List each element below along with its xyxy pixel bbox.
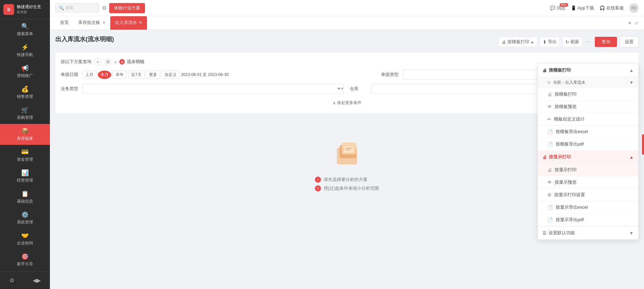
dp-item-display-pdf[interactable]: 📄 按显示导出pdf: [538, 214, 638, 226]
sidebar-item-inventory[interactable]: 📦 库存核算: [0, 124, 50, 145]
biz-type-select[interactable]: [82, 84, 344, 94]
system-icon: ⚙️: [21, 211, 29, 218]
dp-display-section-title: 🖨 按显示打印: [543, 154, 571, 160]
dp-footer-chevron-icon[interactable]: ▼: [629, 231, 634, 236]
tab-flow-close[interactable]: ✕: [139, 20, 142, 25]
doc-type-label: 单据类型: [381, 72, 400, 78]
message-icon: 💬: [550, 5, 555, 10]
sidebar-item-basic[interactable]: 📋 基础信息: [0, 187, 50, 208]
filter-settings-btn[interactable]: ⚙: [104, 58, 112, 65]
logo-icon: b: [3, 4, 14, 15]
dp-item-display-settings[interactable]: ⚙ 按显示打印设置: [538, 189, 638, 201]
dp-item-template-pdf[interactable]: 📄 按模板导出pdf: [538, 138, 638, 151]
refresh-btn[interactable]: ↻ 刷新: [562, 37, 582, 47]
guide-icon: 🎯: [21, 253, 29, 260]
date-btn-more[interactable]: 更多: [146, 71, 160, 79]
biz-type-dropdown-icon[interactable]: ▼: [340, 86, 344, 91]
dp-display-print-icon: 🖨: [543, 155, 547, 160]
search-icon: 🔍: [21, 23, 29, 30]
app-download-btn[interactable]: 📱 App下载: [571, 5, 594, 11]
empty-step-1: 1 请先选择要分析的方案: [315, 177, 379, 183]
sidebar-item-apps[interactable]: 🔲 应用中心: [0, 270, 50, 271]
tab-close-all-icon[interactable]: ✕: [628, 20, 632, 26]
dp-item-template-customize[interactable]: ✏ 模板自定义设计: [538, 113, 638, 126]
tab-batch-close[interactable]: ✕: [102, 20, 106, 25]
refresh-icon: ↻: [565, 40, 569, 45]
dp-display-section-chevron-icon[interactable]: ▲: [629, 155, 634, 160]
dp-footer-settings-icon: ☰: [543, 231, 547, 236]
tab-batch[interactable]: 库存批次账 ✕: [74, 16, 110, 30]
sidebar-item-sales[interactable]: 💰 销售管理: [0, 82, 50, 103]
message-badge: 99+: [560, 3, 568, 7]
filter-add-btn[interactable]: +: [94, 58, 101, 65]
dp-sub-icon: ⊙: [547, 80, 551, 85]
sidebar-nav: 🔍 搜索菜单 ⚡ 快捷导航 📢 营销推广 💰 销售管理 🛒 采购管理 📦 库存核…: [0, 19, 50, 271]
trial-button[interactable]: 体验行业方案: [109, 3, 145, 13]
sidebar-item-guide[interactable]: 🎯 新手引导: [0, 249, 50, 270]
more-options-btn[interactable]: ···: [585, 37, 592, 46]
dp-display-print-item-icon: 🖨: [547, 167, 552, 173]
right-edge-handle[interactable]: [642, 134, 644, 155]
content-area: 出入库流水(流水明细) 🖨 按模板打印 ▲ ⬆ 导出 ↻ 刷新 ··· 查询: [50, 30, 644, 289]
inventory-icon: 📦: [21, 127, 29, 135]
quicknav-icon: ⚡: [21, 44, 29, 51]
sidebar-item-finance[interactable]: 💳 资金管理: [0, 145, 50, 166]
warehouse-label: 仓库: [350, 86, 369, 92]
dp-item-display-excel[interactable]: 📄 按显示导出excel: [538, 201, 638, 214]
app-icon: 📱: [571, 5, 576, 10]
sidebar-bottom: ⚙ ◀▶: [0, 271, 50, 289]
filter-label: 按以下方案查询: [61, 59, 91, 65]
brand-sub: 标准版: [17, 10, 41, 15]
tab-maximize-icon[interactable]: ⤢: [635, 20, 639, 26]
dp-template-customize-icon: ✏: [547, 116, 551, 122]
tab-flow[interactable]: 出入库流水 ✕: [110, 16, 147, 30]
sidebar-item-quick-nav[interactable]: ⚡ 快捷导航: [0, 40, 50, 61]
stream-dot-icon: ⊕: [119, 59, 125, 64]
dp-header-chevron-icon[interactable]: ▲: [629, 68, 634, 73]
print-template-btn[interactable]: 🖨 按模板打印 ▲: [499, 37, 537, 47]
dp-item-template-excel[interactable]: 📄 按模板导出excel: [538, 126, 638, 138]
date-btn-this-month[interactable]: 本月: [98, 71, 111, 79]
topbar-search-icon: 🔍: [59, 6, 64, 10]
step-2-num: 2: [315, 185, 321, 191]
dp-item-display-preview[interactable]: 👁 按显示预览: [538, 176, 638, 189]
settings-button[interactable]: 设置: [620, 36, 639, 47]
user-avatar[interactable]: Rit: [629, 3, 639, 13]
sidebar-item-corp[interactable]: 🤝 企业协同: [0, 229, 50, 249]
sidebar: b 畅捷通好生意 标准版 🔍 搜索菜单 ⚡ 快捷导航 📢 营销推广 💰 销售管理…: [0, 0, 50, 289]
dp-item-template-print[interactable]: 🖨 按模板打印: [538, 88, 638, 101]
topbar-gear-icon[interactable]: ⚙: [102, 5, 107, 11]
sidebar-item-system[interactable]: ⚙️ 系统管理: [0, 208, 50, 229]
message-btn[interactable]: 💬 消息 99+: [550, 5, 565, 11]
dp-footer[interactable]: ☰ 设置默认功能 ▼: [538, 226, 638, 239]
date-btn-last-month[interactable]: 上月: [82, 71, 96, 79]
dp-footer-label: ☰ 设置默认功能: [543, 230, 575, 236]
dp-template-print-icon: 🖨: [547, 91, 552, 97]
date-btn-7days[interactable]: 近7天: [128, 71, 145, 79]
sidebar-item-purchase[interactable]: 🛒 采购管理: [0, 103, 50, 124]
topbar-search[interactable]: 🔍 搜索: [55, 3, 99, 12]
collapse-bottom-btn[interactable]: ◀▶: [31, 275, 43, 286]
dp-sub-chevron-icon[interactable]: ▼: [629, 80, 634, 85]
service-icon: 🎧: [599, 5, 605, 10]
sidebar-item-search[interactable]: 🔍 搜索菜单: [0, 19, 50, 40]
query-button[interactable]: 查询: [595, 37, 617, 47]
date-btn-this-year[interactable]: 本年: [113, 71, 127, 79]
dp-item-display-print[interactable]: 🖨 按显示打印: [538, 164, 638, 176]
date-btn-custom[interactable]: 自定义: [162, 71, 180, 79]
dp-print-icon: 🖨: [543, 68, 547, 73]
brand-name: 畅捷通好生意: [17, 4, 41, 10]
dp-display-settings-icon: ⚙: [547, 192, 552, 198]
export-btn[interactable]: ⬆ 导出: [540, 37, 560, 47]
sidebar-item-marketing[interactable]: 📢 营销推广: [0, 61, 50, 82]
sidebar-item-operation[interactable]: 📊 经营管理: [0, 166, 50, 187]
settings-bottom-btn[interactable]: ⚙: [7, 275, 16, 286]
online-service-btn[interactable]: 🎧 在线客服: [599, 5, 624, 11]
dp-sub-label: ⊙ 当前：出入库流水: [547, 80, 585, 85]
chevron-up-icon: ∧: [333, 101, 336, 105]
filter-collapse-btn[interactable]: «: [114, 59, 117, 64]
dp-item-template-preview[interactable]: 👁 按模板预览: [538, 101, 638, 113]
dp-display-excel-icon: 📄: [547, 205, 553, 210]
tab-home[interactable]: 首页: [55, 16, 74, 30]
date-group: 上月 本月 本年 近7天 更多 自定义 2023-06-01 至 2023-06…: [82, 71, 229, 79]
